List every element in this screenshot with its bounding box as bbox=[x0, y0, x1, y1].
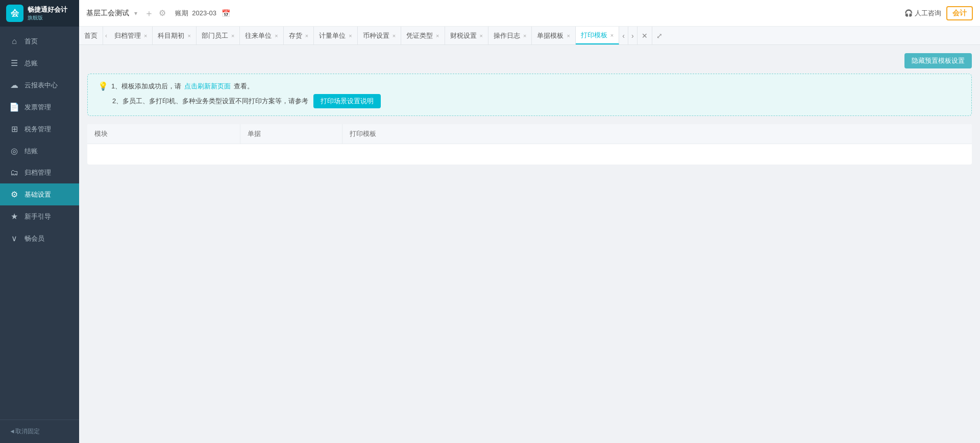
tab-currency-label: 币种设置 bbox=[363, 31, 389, 40]
tab-voucher-type[interactable]: 凭证类型 × bbox=[401, 27, 445, 44]
sidebar-item-invoice[interactable]: 📄 发票管理 bbox=[0, 96, 79, 118]
tab-voucher-type-label: 凭证类型 bbox=[406, 31, 433, 40]
archive-icon: 🗂 bbox=[9, 168, 19, 177]
info-line-2: 2、多员工、多打印机、多种业务类型设置不同打印方案等，请参考 打印场景设置说明 bbox=[98, 94, 961, 108]
tab-operation-log-label: 操作日志 bbox=[494, 31, 520, 40]
bulb-icon: 💡 bbox=[98, 81, 108, 91]
table-header: 模块 单据 打印模板 bbox=[87, 124, 972, 144]
logo-icon: 会 bbox=[6, 5, 23, 22]
print-template-table: 模块 单据 打印模板 bbox=[87, 124, 972, 165]
guide-icon: ★ bbox=[9, 212, 19, 221]
tab-tax-settings-label: 财税设置 bbox=[450, 31, 477, 40]
info-box: 💡 1、模板添加成功后，请 点击刷新新页面 查看。 2、多员工、多打印机、多种业… bbox=[87, 74, 972, 116]
sidebar-item-member[interactable]: ∨ 畅会员 bbox=[0, 227, 79, 249]
sidebar-item-tax[interactable]: ⊞ 税务管理 bbox=[0, 118, 79, 140]
home-icon: ⌂ bbox=[9, 37, 19, 46]
tab-subjects-label: 科目期初 bbox=[158, 31, 184, 40]
sidebar: 会 畅捷通好会计 旗舰版 ⌂ 首页 ☰ 总账 ☁ 云报表中心 📄 发票管理 ⊞ … bbox=[0, 0, 79, 443]
col-voucher: 单据 bbox=[240, 124, 342, 144]
sidebar-label-close: 结账 bbox=[24, 147, 38, 156]
kuaiji-button[interactable]: 会计 bbox=[946, 6, 973, 20]
table-body bbox=[87, 144, 972, 165]
sidebar-label-reports: 云报表中心 bbox=[24, 81, 58, 90]
page-content: 隐藏预置模板设置 💡 1、模板添加成功后，请 点击刷新新页面 查看。 2、多员工… bbox=[79, 45, 980, 443]
tab-scroll-right-btn[interactable]: › bbox=[628, 27, 638, 44]
sidebar-label-guide: 新手引导 bbox=[24, 212, 51, 221]
sidebar-item-guide[interactable]: ★ 新手引导 bbox=[0, 205, 79, 227]
tab-voucher-type-close[interactable]: × bbox=[436, 33, 439, 39]
tab-single-template-close[interactable]: × bbox=[567, 33, 570, 39]
tab-subjects[interactable]: 科目期初 × bbox=[153, 27, 196, 44]
sidebar-label-archive: 归档管理 bbox=[24, 168, 51, 177]
sidebar-label-home: 首页 bbox=[24, 37, 38, 46]
tab-home-label: 首页 bbox=[84, 31, 97, 40]
period-label: 账期 2023-03 bbox=[175, 9, 216, 18]
tab-inventory[interactable]: 存货 × bbox=[284, 27, 314, 44]
member-icon: ∨ bbox=[9, 234, 19, 243]
tab-operation-log[interactable]: 操作日志 × bbox=[488, 27, 532, 44]
print-scene-button[interactable]: 打印场景设置说明 bbox=[313, 94, 381, 108]
tab-archive-close[interactable]: × bbox=[144, 33, 147, 39]
sidebar-label-invoice: 发票管理 bbox=[24, 103, 51, 112]
logo-title: 畅捷通好会计 bbox=[28, 5, 67, 14]
tab-close-all-btn[interactable]: ✕ bbox=[638, 27, 652, 44]
sidebar-label-member: 畅会员 bbox=[24, 234, 44, 243]
tab-dept-close[interactable]: × bbox=[231, 33, 234, 39]
settings-gear-icon[interactable]: ⚙ bbox=[159, 8, 166, 18]
headphone-icon: 🎧 bbox=[904, 9, 913, 17]
tab-unit[interactable]: 计量单位 × bbox=[314, 27, 357, 44]
tab-dept[interactable]: 部门员工 × bbox=[197, 27, 240, 44]
sidebar-item-settings[interactable]: ⚙ 基础设置 bbox=[0, 183, 79, 205]
sidebar-nav: ⌂ 首页 ☰ 总账 ☁ 云报表中心 📄 发票管理 ⊞ 税务管理 ◎ 结账 🗂 归… bbox=[0, 27, 79, 419]
topbar: 基层工会测试 ▾ ＋ ⚙ 账期 2023-03 📅 🎧 人工咨询 会计 bbox=[79, 0, 980, 27]
topbar-right: 🎧 人工咨询 会计 bbox=[904, 6, 973, 20]
sidebar-logo: 会 畅捷通好会计 旗舰版 bbox=[0, 0, 79, 27]
tab-print-template[interactable]: 打印模板 × bbox=[576, 27, 619, 44]
tab-expand-btn[interactable]: ⤢ bbox=[652, 27, 667, 44]
sidebar-item-archive[interactable]: 🗂 归档管理 bbox=[0, 162, 79, 183]
sidebar-label-tax: 税务管理 bbox=[24, 125, 51, 134]
tab-scroll-left-btn[interactable]: ‹ bbox=[619, 27, 628, 44]
tab-single-template-label: 单据模板 bbox=[537, 31, 564, 40]
sidebar-label-ledger: 总账 bbox=[24, 59, 38, 68]
company-name: 基层工会测试 bbox=[86, 9, 129, 18]
tab-single-template[interactable]: 单据模板 × bbox=[532, 27, 575, 44]
sidebar-item-home[interactable]: ⌂ 首页 bbox=[0, 31, 79, 52]
tab-subjects-close[interactable]: × bbox=[187, 33, 190, 39]
tab-unit-label: 计量单位 bbox=[319, 31, 346, 40]
sidebar-footer-unpin[interactable]: ◄取消固定 bbox=[0, 419, 79, 443]
tab-tax-settings[interactable]: 财税设置 × bbox=[445, 27, 488, 44]
hide-preview-area: 隐藏预置模板设置 bbox=[87, 53, 972, 68]
hide-preview-button[interactable]: 隐藏预置模板设置 bbox=[904, 53, 972, 68]
sidebar-item-close[interactable]: ◎ 结账 bbox=[0, 140, 79, 162]
tab-inventory-close[interactable]: × bbox=[305, 33, 308, 39]
company-dropdown-icon[interactable]: ▾ bbox=[134, 10, 137, 17]
main-area: 基层工会测试 ▾ ＋ ⚙ 账期 2023-03 📅 🎧 人工咨询 会计 首页 ‹… bbox=[79, 0, 980, 443]
tab-print-template-close[interactable]: × bbox=[610, 32, 614, 38]
refresh-link[interactable]: 点击刷新新页面 bbox=[184, 82, 231, 91]
sidebar-item-reports[interactable]: ☁ 云报表中心 bbox=[0, 74, 79, 96]
tab-home[interactable]: 首页 bbox=[79, 27, 103, 44]
sidebar-item-ledger[interactable]: ☰ 总账 bbox=[0, 52, 79, 74]
tab-dept-label: 部门员工 bbox=[202, 31, 228, 40]
tab-tax-settings-close[interactable]: × bbox=[480, 33, 483, 39]
tab-suppliers-close[interactable]: × bbox=[275, 33, 278, 39]
calendar-icon[interactable]: 📅 bbox=[222, 9, 230, 17]
add-company-icon[interactable]: ＋ bbox=[144, 7, 154, 19]
tab-nav-left-icon[interactable]: ‹ bbox=[103, 32, 109, 39]
service-button[interactable]: 🎧 人工咨询 bbox=[904, 9, 941, 18]
invoice-icon: 📄 bbox=[9, 102, 19, 112]
tab-archive[interactable]: 归档管理 × bbox=[109, 27, 153, 44]
tabs-bar: 首页 ‹ 归档管理 × 科目期初 × 部门员工 × 往来单位 × 存货 × 计量… bbox=[79, 27, 980, 45]
col-print-template: 打印模板 bbox=[342, 124, 972, 144]
info-line2-prefix: 2、多员工、多打印机、多种业务类型设置不同打印方案等，请参考 bbox=[112, 97, 308, 106]
tab-currency-close[interactable]: × bbox=[393, 33, 396, 39]
tab-suppliers[interactable]: 往来单位 × bbox=[240, 27, 283, 44]
tab-currency[interactable]: 币种设置 × bbox=[358, 27, 401, 44]
tax-icon: ⊞ bbox=[9, 124, 19, 134]
tab-print-template-label: 打印模板 bbox=[581, 31, 607, 40]
tab-operation-log-close[interactable]: × bbox=[523, 33, 526, 39]
settings-icon: ⚙ bbox=[9, 190, 19, 199]
tab-unit-close[interactable]: × bbox=[349, 33, 352, 39]
info-line-1: 💡 1、模板添加成功后，请 点击刷新新页面 查看。 bbox=[98, 81, 961, 91]
